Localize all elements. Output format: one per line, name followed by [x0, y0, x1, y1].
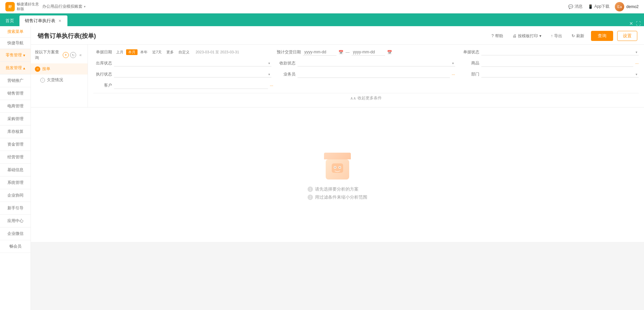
window-close-icon[interactable]: ✕	[629, 21, 633, 26]
breadcrumb-dropdown-icon[interactable]: ▾	[84, 5, 86, 8]
sidebar-item-retail[interactable]: 零售管理 ▾	[0, 49, 31, 62]
exec-status-label: 执行状态	[93, 71, 112, 77]
header-left: 好 畅捷通好生意 标版 办公用品行业模拟账套 ▾	[5, 2, 86, 11]
app-download-button[interactable]: 📱 App下载	[588, 4, 609, 9]
expected-date-end-input[interactable]	[352, 49, 385, 56]
hint-num-2: 2	[308, 195, 313, 200]
window-maximize-icon[interactable]: ⛶	[636, 21, 641, 26]
retail-arrow-icon: ▾	[23, 53, 25, 58]
print-icon: 🖨	[513, 34, 517, 38]
sub-item-label: 欠货情况	[47, 77, 63, 83]
ship-status-select[interactable]: ▾	[114, 60, 271, 66]
quicknav-label: 快捷导航	[7, 41, 23, 45]
filter-panel: 按以下方案查询 + ↻ « ⊙ 按单 ○	[31, 45, 644, 107]
collapse-bar[interactable]: ∧∧ 收起更多条件	[93, 93, 639, 103]
date-range-text: 2023-03-01 至 2023-03-31	[196, 50, 239, 55]
filter-expected-date-field: 预计交货日期 📅 — 📅	[277, 49, 455, 56]
query-button[interactable]: 查询	[591, 31, 613, 41]
date-tab-this-year[interactable]: 本年	[138, 49, 150, 55]
sidebar-item-purchase[interactable]: 采购管理	[0, 113, 31, 125]
collapse-panel-button[interactable]: «	[77, 52, 84, 58]
dept-dropdown-icon[interactable]: ▾	[636, 72, 637, 76]
refresh-plan-button[interactable]: ↻	[70, 52, 76, 58]
goods-input[interactable]	[481, 60, 633, 67]
box-lid	[324, 153, 351, 159]
breadcrumb-text: 办公用品行业模拟账套	[42, 4, 83, 9]
sidebar-item-finance[interactable]: 资金管理	[0, 138, 31, 151]
sidebar-item-basic[interactable]: 基础信息	[0, 164, 31, 176]
collection-dropdown-icon[interactable]: ▾	[452, 61, 454, 65]
page-actions: ? 帮助 🖨 按模板打印 ▾ ↑ 导出 ↻ 刷新	[489, 31, 637, 41]
add-plan-button[interactable]: +	[63, 52, 69, 58]
collapse-up-icon: ∧∧	[350, 96, 356, 101]
tab-home[interactable]: 首页	[0, 15, 19, 26]
export-button[interactable]: ↑ 导出	[548, 32, 565, 40]
status-select[interactable]: ▾	[481, 49, 639, 55]
user-area[interactable]: Ea demo2	[615, 2, 639, 11]
date-tabs: 上月 本月 本年 近7天 更多 自定义	[114, 49, 192, 55]
date-tab-last-month[interactable]: 上月	[114, 49, 125, 55]
calendar-start-icon[interactable]: 📅	[338, 50, 343, 55]
hint-num-1: 1	[308, 187, 313, 192]
sidebar-item-newbie[interactable]: 新手引导	[0, 202, 31, 215]
dept-select[interactable]: ▾	[481, 71, 639, 78]
customer-input[interactable]	[114, 82, 268, 89]
collection-status-select[interactable]: ▾	[298, 60, 455, 66]
logo-area: 好 畅捷通好生意 标版	[5, 2, 39, 11]
calendar-end-icon[interactable]: 📅	[387, 50, 392, 55]
help-button[interactable]: ? 帮助	[489, 32, 506, 40]
date-tab-custom[interactable]: 自定义	[176, 49, 192, 55]
sidebar-item-operations[interactable]: 经营管理	[0, 151, 31, 164]
filter-left-icons: + ↻ «	[63, 52, 84, 58]
app-download-icon: 📱	[588, 4, 593, 9]
date-tab-7days[interactable]: 近7天	[150, 49, 164, 55]
content-area: 销售订单执行表(按单) ? 帮助 🖨 按模板打印 ▾ ↑ 导出	[31, 26, 644, 310]
status-dropdown-icon[interactable]: ▾	[636, 50, 637, 54]
tab-home-label: 首页	[5, 18, 14, 24]
sidebar-item-wechat[interactable]: 企业微信	[0, 227, 31, 240]
sub-item-shortage[interactable]: ○ 欠货情况	[31, 74, 88, 86]
tab-sales-order[interactable]: 销售订单执行表 ✕	[19, 15, 67, 26]
sidebar-item-member[interactable]: 畅会员	[0, 240, 31, 253]
refresh-button[interactable]: ↻ 刷新	[569, 32, 587, 40]
expected-date-start-input[interactable]	[303, 49, 336, 56]
expected-date-label: 预计交货日期	[277, 49, 301, 55]
exec-dropdown-icon[interactable]: ▾	[268, 72, 270, 76]
refresh-icon: ↻	[572, 34, 575, 38]
salesman-input[interactable]	[298, 71, 449, 78]
exec-status-select[interactable]: ▾	[114, 71, 271, 78]
customer-more-icon[interactable]: ···	[270, 83, 273, 88]
print-dropdown-icon[interactable]: ▾	[539, 34, 541, 38]
sidebar-item-wholesale[interactable]: 批发管理 ▴	[0, 62, 31, 74]
salesman-label: 业务员	[277, 71, 296, 77]
filter-ship-status-field: 出库状态 ▾	[93, 60, 271, 66]
breadcrumb[interactable]: 办公用品行业模拟账套 ▾	[42, 4, 86, 9]
ship-dropdown-icon[interactable]: ▾	[268, 61, 270, 65]
sidebar: 搜索菜单 快捷导航 零售管理 ▾ 批发管理 ▴ 营销推广 销售管理 电商管理 采…	[0, 26, 31, 310]
avatar: Ea	[615, 2, 624, 11]
page-content: 销售订单执行表(按单) ? 帮助 🖨 按模板打印 ▾ ↑ 导出	[31, 26, 644, 242]
date-tab-more[interactable]: 更多	[164, 49, 176, 55]
filter-date-field: 单据日期 上月 本月 本年 近7天 更多 自定义 2023-03-01 至 20…	[93, 49, 271, 55]
message-label: 消息	[575, 4, 583, 9]
tab-close-icon[interactable]: ✕	[57, 18, 62, 23]
help-label: 帮助	[495, 33, 503, 39]
sidebar-item-system[interactable]: 系统管理	[0, 176, 31, 189]
sidebar-item-sales[interactable]: 销售管理	[0, 87, 31, 100]
export-label: 导出	[554, 33, 562, 39]
sidebar-search[interactable]: 搜索菜单	[0, 26, 31, 38]
message-button[interactable]: 💬 消息	[568, 4, 583, 9]
sidebar-item-ecommerce[interactable]: 电商管理	[0, 100, 31, 113]
salesman-more-icon[interactable]: ···	[452, 72, 455, 77]
setting-button[interactable]: 设置	[617, 31, 637, 41]
sidebar-item-enterprise[interactable]: 企业协同	[0, 189, 31, 202]
plan-item-by-order[interactable]: ⊙ 按单	[31, 63, 88, 74]
date-tab-this-month[interactable]: 本月	[126, 49, 138, 55]
sidebar-item-marketing[interactable]: 营销推广	[0, 74, 31, 87]
sidebar-item-appstore[interactable]: 应用中心	[0, 215, 31, 227]
filter-exec-status-field: 执行状态 ▾	[93, 71, 271, 78]
template-print-button[interactable]: 🖨 按模板打印 ▾	[510, 32, 544, 40]
goods-more-icon[interactable]: ···	[635, 61, 639, 66]
sidebar-item-inventory[interactable]: 库存核算	[0, 125, 31, 138]
sidebar-quicknav[interactable]: 快捷导航	[0, 38, 31, 49]
